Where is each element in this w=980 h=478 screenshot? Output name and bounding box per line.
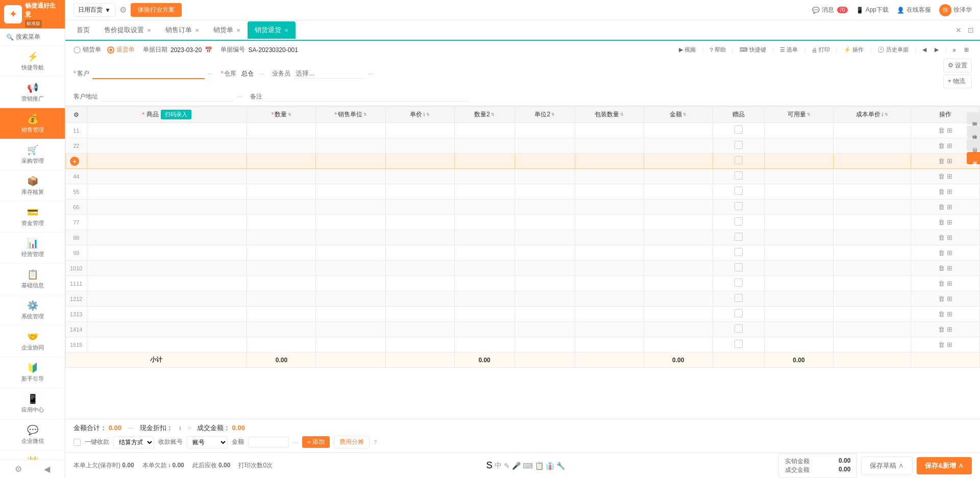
payment-method-select[interactable]: 结算方式 (113, 436, 154, 448)
amount-cell[interactable] (644, 322, 713, 337)
qty2-cell[interactable] (454, 138, 514, 154)
industry-selector[interactable]: 日用百货 ▼ (74, 3, 115, 17)
goods-name-cell[interactable] (87, 291, 247, 307)
qty2-cell[interactable] (454, 184, 514, 199)
delete-row-icon[interactable]: 🗑 (938, 203, 945, 211)
address-input[interactable] (101, 91, 234, 102)
qty-cell[interactable] (247, 307, 316, 322)
radio-sale-order[interactable]: 销货单 (74, 45, 101, 54)
pkg-qty-cell[interactable] (575, 215, 644, 230)
unit-cell[interactable] (316, 245, 385, 261)
amount-cell[interactable] (644, 184, 713, 199)
qty2-cell[interactable] (454, 307, 514, 322)
tab-sale-price-setting[interactable]: 售价提取设置 ✕ (97, 21, 158, 39)
tab-sale-order[interactable]: 销售订单 ✕ (158, 21, 206, 39)
qty-cell[interactable] (247, 276, 316, 291)
unit2-cell[interactable] (514, 291, 575, 307)
avail-cell[interactable] (765, 276, 834, 291)
gift-checkbox[interactable] (734, 141, 743, 149)
sidebar-item-sales[interactable]: 💰 销售管理 (0, 108, 65, 139)
delete-row-icon[interactable]: 🗑 (938, 188, 945, 195)
qty2-sort-icon[interactable]: ⇅ (491, 112, 495, 117)
qty2-cell[interactable] (454, 199, 514, 215)
gift-checkbox[interactable] (734, 187, 743, 195)
staff-more-icon[interactable]: ··· (368, 70, 373, 77)
qty-cell[interactable] (247, 138, 316, 154)
unit-cell[interactable] (316, 123, 385, 138)
cost-price-cell[interactable] (834, 215, 911, 230)
toolbar-help[interactable]: ? 帮助 (707, 45, 729, 55)
copy-row-icon[interactable]: ⊞ (947, 188, 952, 195)
avail-cell[interactable] (765, 337, 834, 353)
price-cell[interactable] (385, 337, 454, 353)
quick-pay-checkbox[interactable] (74, 439, 81, 446)
add-row-button[interactable]: + (70, 157, 79, 166)
qty-cell[interactable] (247, 337, 316, 353)
cost-price-cell[interactable] (834, 154, 911, 169)
price-cell[interactable] (385, 138, 454, 154)
copy-row-icon[interactable]: ⊞ (947, 310, 952, 318)
experience-button[interactable]: 体验行业方案 (131, 3, 182, 17)
online-service-item[interactable]: 👤 在线客服 (897, 6, 931, 14)
message-badge-item[interactable]: 💬 消息 70 (812, 6, 848, 14)
address-more-icon[interactable]: ··· (237, 93, 242, 100)
save-draft-button[interactable]: 保存草稿 ∧ (861, 457, 913, 475)
delete-row-icon[interactable]: 🗑 (938, 234, 945, 241)
goods-name-cell[interactable] (87, 169, 247, 184)
unit2-cell[interactable] (514, 245, 575, 261)
gift-checkbox[interactable] (734, 309, 743, 317)
gift-cell[interactable] (713, 322, 764, 337)
price-cell[interactable] (385, 291, 454, 307)
qty-sort-icon[interactable]: ⇅ (288, 112, 291, 117)
note-input[interactable] (265, 91, 470, 102)
cost-price-cell[interactable] (834, 230, 911, 245)
unit2-cell[interactable] (514, 307, 575, 322)
gift-cell[interactable] (713, 215, 764, 230)
add-payment-button[interactable]: + 添加 (302, 436, 330, 448)
tab-sale-return[interactable]: 销货退货 ✕ (248, 21, 296, 39)
pkg-qty-cell[interactable] (575, 322, 644, 337)
unit2-cell[interactable] (514, 322, 575, 337)
right-btn-attachment[interactable]: 附件 (967, 112, 980, 124)
topbar-settings-icon[interactable]: ⚙ (119, 5, 127, 15)
toolbar-operate[interactable]: ⚡ 操作 (841, 45, 867, 55)
sidebar-collapse-icon[interactable]: ◀ (44, 464, 50, 474)
sidebar-item-member[interactable]: 👑 畅会员 (0, 450, 65, 460)
copy-row-icon[interactable]: ⊞ (947, 142, 952, 149)
gift-cell[interactable] (713, 123, 764, 138)
price-cell[interactable] (385, 230, 454, 245)
avail-cell[interactable] (765, 138, 834, 154)
tab-close-all-icon[interactable]: ✕ (953, 24, 964, 36)
copy-row-icon[interactable]: ⊞ (947, 295, 952, 303)
copy-row-icon[interactable]: ⊞ (947, 264, 952, 272)
goods-name-cell[interactable] (87, 184, 247, 199)
pkg-qty-sort-icon[interactable]: ⇅ (620, 112, 624, 117)
sidebar-item-quick-nav[interactable]: ⚡ 快捷导航 (0, 46, 65, 77)
avail-cell[interactable] (765, 230, 834, 245)
goods-name-cell[interactable] (87, 123, 247, 138)
cost-price-cell[interactable] (834, 169, 911, 184)
pkg-qty-cell[interactable] (575, 337, 644, 353)
avail-sort-icon[interactable]: ⇅ (807, 112, 811, 117)
qty-cell[interactable] (247, 230, 316, 245)
toolbar-shortcut[interactable]: ⌨ 快捷键 (737, 45, 769, 55)
user-profile-item[interactable]: 徐 徐泽华 (939, 4, 972, 16)
gift-checkbox[interactable] (734, 217, 743, 225)
gift-checkbox[interactable] (734, 156, 743, 164)
pkg-qty-cell[interactable] (575, 230, 644, 245)
avail-cell[interactable] (765, 199, 834, 215)
goods-name-cell[interactable] (87, 307, 247, 322)
gift-cell[interactable] (713, 276, 764, 291)
payment-dots-icon[interactable]: ··· (293, 439, 298, 446)
goods-name-cell[interactable] (87, 322, 247, 337)
qty-cell[interactable] (247, 123, 316, 138)
toolbar-next-record[interactable]: ▶ (932, 45, 942, 54)
goods-name-cell[interactable] (87, 245, 247, 261)
copy-row-icon[interactable]: ⊞ (947, 172, 952, 180)
price-cell[interactable] (385, 307, 454, 322)
copy-row-icon[interactable]: ⊞ (947, 249, 952, 257)
copy-row-icon[interactable]: ⊞ (947, 341, 952, 348)
qty-cell[interactable] (247, 291, 316, 307)
gift-cell[interactable] (713, 291, 764, 307)
delete-row-icon[interactable]: 🗑 (938, 157, 945, 165)
